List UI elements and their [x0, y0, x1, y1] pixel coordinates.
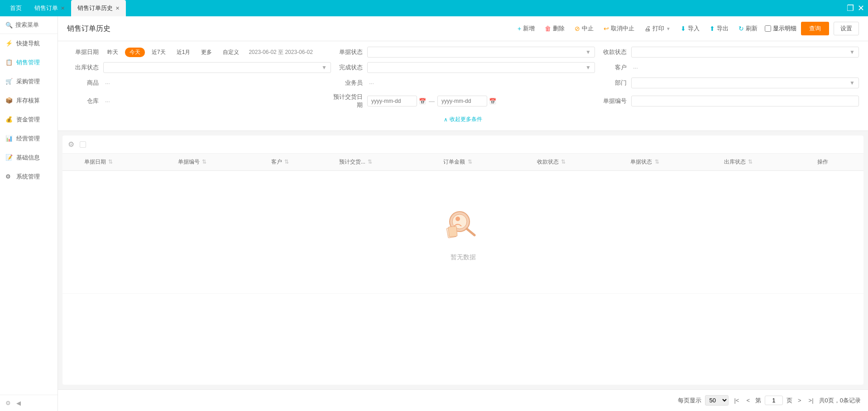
salesperson-control[interactable]: ··· [367, 80, 595, 87]
sidebar-item-quick-nav[interactable]: ⚡ 快捷导航 [0, 34, 58, 53]
date-yesterday[interactable]: 昨天 [103, 47, 122, 58]
calendar-end-icon[interactable]: 📅 [489, 98, 496, 105]
import-button[interactable]: ⬇ 导入 [678, 23, 702, 34]
date-label: 单据日期 [67, 48, 103, 56]
query-button[interactable]: 查询 [801, 22, 829, 35]
th-expected[interactable]: 预计交货... ⇅ [334, 154, 438, 171]
nav-last[interactable]: >| [807, 396, 815, 405]
empty-cell: 暂无数据 [62, 171, 863, 294]
date-7days[interactable]: 近7天 [148, 47, 170, 58]
th-customer[interactable]: 客户 ⇅ [266, 154, 334, 171]
product-dots-icon[interactable]: ··· [105, 80, 110, 87]
product-control[interactable]: ··· [103, 80, 331, 87]
collapse-up-icon: ∧ [444, 116, 448, 123]
sidebar-item-purchase-mgmt[interactable]: 🛒 采购管理 [0, 72, 58, 91]
new-button[interactable]: + 新增 [515, 23, 537, 34]
th-payment-status[interactable]: 收款状态 ⇅ [532, 154, 625, 171]
tab-sales-order-close[interactable]: ✕ [61, 5, 65, 11]
calendar-start-icon[interactable]: 📅 [419, 98, 426, 105]
expected-date-end[interactable] [437, 96, 487, 106]
sidebar-item-sales-mgmt[interactable]: 📋 销售管理 [0, 53, 58, 72]
payment-status-select[interactable]: ▼ [631, 47, 859, 58]
empty-illustration [441, 203, 486, 248]
page-input[interactable] [765, 396, 783, 405]
customer-control[interactable]: ··· [631, 64, 859, 71]
th-order-status[interactable]: 单据状态 ⇅ [625, 154, 719, 171]
export-button[interactable]: ⬆ 导出 [707, 23, 731, 34]
complete-status-select[interactable]: ▼ [367, 62, 595, 73]
sidebar-item-system-mgmt[interactable]: ⚙ 系统管理 [0, 167, 58, 186]
inventory-icon: 📦 [5, 97, 13, 104]
date-today[interactable]: 今天 [125, 48, 145, 57]
select-all-checkbox[interactable] [80, 141, 86, 148]
sidebar-item-basic-info[interactable]: 📝 基础信息 [0, 148, 58, 167]
warehouse-label: 仓库 [67, 97, 103, 105]
th-delivery-status[interactable]: 出库状态 ⇅ [719, 154, 812, 171]
tab-home[interactable]: 首页 [4, 0, 28, 16]
order-status-select[interactable]: ▼ [367, 47, 595, 58]
table-toolbar: ⚙ [62, 135, 863, 154]
nav-next[interactable]: > [796, 396, 803, 405]
date-more[interactable]: 更多 [197, 47, 216, 58]
delivery-status-control[interactable]: ▼ [103, 62, 331, 73]
sort-delivery-icon: ⇅ [748, 159, 753, 165]
system-mgmt-icon: ⚙ [5, 173, 13, 180]
sidebar-item-finance[interactable]: 💰 资金管理 [0, 110, 58, 129]
restore-icon[interactable]: ❐ [847, 3, 854, 13]
th-number[interactable]: 单据编号 ⇅ [173, 154, 266, 171]
table-settings-icon[interactable]: ⚙ [68, 140, 74, 149]
refresh-button[interactable]: ↻ 刷新 [736, 23, 760, 34]
filter-row-2: 出库状态 ▼ 完成状态 ▼ 客户 ··· [67, 62, 859, 73]
print-button[interactable]: 🖨 打印 ▼ [642, 23, 673, 34]
empty-state: 暂无数据 [68, 175, 858, 289]
nav-first[interactable]: |< [732, 396, 741, 405]
close-window-icon[interactable]: ✕ [858, 3, 864, 13]
delete-button[interactable]: 🗑 删除 [542, 23, 567, 34]
tab-sales-order-history-close[interactable]: ✕ [115, 5, 120, 11]
sidebar: 🔍 搜索菜单 ⚡ 快捷导航 📋 销售管理 🛒 采购管理 📦 库存核算 💰 资金管… [0, 16, 58, 411]
cancel-stop-icon: ↩ [604, 25, 609, 32]
purchase-mgmt-icon: 🛒 [5, 78, 13, 85]
department-arrow-icon: ▼ [849, 80, 855, 86]
order-number-input[interactable] [631, 96, 859, 106]
order-status-control[interactable]: ▼ [367, 47, 595, 58]
customer-dots-icon[interactable]: ··· [633, 64, 638, 71]
date-1month[interactable]: 近1月 [173, 47, 195, 58]
sidebar-item-inventory[interactable]: 📦 库存核算 [0, 91, 58, 110]
sort-customer-icon: ⇅ [284, 159, 289, 165]
sidebar-collapse-icon[interactable]: ◀ [16, 400, 21, 406]
delivery-status-select[interactable]: ▼ [103, 62, 331, 73]
sidebar-search[interactable]: 🔍 搜索菜单 [0, 16, 58, 34]
display-toggle-wrapper[interactable]: 显示明细 [765, 24, 796, 33]
filter-row-4: 仓库 ··· 预计交货日期 📅 — 📅 单据编号 [67, 93, 859, 109]
tab-sales-order[interactable]: 销售订单 ✕ [28, 0, 71, 16]
sidebar-item-operations[interactable]: 📊 经营管理 [0, 129, 58, 148]
payment-status-arrow-icon: ▼ [849, 49, 855, 55]
setting-button[interactable]: 设置 [834, 22, 859, 35]
per-page-select[interactable]: 20 50 100 [705, 395, 729, 406]
th-date[interactable]: 单据日期 ⇅ [79, 154, 173, 171]
collapse-button[interactable]: ∧ 收起更多条件 [67, 114, 859, 125]
salesperson-dots-icon[interactable]: ··· [369, 80, 374, 87]
filter-row-3: 商品 ··· 业务员 ··· 部门 ▼ [67, 77, 859, 88]
payment-status-control[interactable]: ▼ [631, 47, 859, 58]
warehouse-control[interactable]: ··· [103, 98, 331, 105]
order-number-control[interactable] [631, 96, 859, 106]
department-select[interactable]: ▼ [631, 77, 859, 88]
print-icon: 🖨 [644, 25, 651, 32]
complete-status-control[interactable]: ▼ [367, 62, 595, 73]
stop-button[interactable]: ⊘ 中止 [572, 23, 596, 34]
display-toggle-checkbox[interactable] [765, 25, 771, 32]
warehouse-dots-icon[interactable]: ··· [105, 98, 110, 105]
cancel-stop-button[interactable]: ↩ 取消中止 [601, 23, 637, 34]
th-amount[interactable]: 订单金额 ⇅ [438, 154, 532, 171]
date-custom[interactable]: 自定义 [219, 47, 243, 58]
sidebar-settings-icon[interactable]: ⚙ [5, 400, 11, 406]
expected-date-start[interactable] [367, 96, 417, 106]
date-filter-control: 昨天 今天 近7天 近1月 更多 自定义 2023-06-02 至 2023-0… [103, 47, 331, 58]
tab-sales-order-history[interactable]: 销售订单历史 ✕ [71, 0, 126, 16]
department-control[interactable]: ▼ [631, 77, 859, 88]
refresh-icon: ↻ [739, 25, 744, 32]
nav-prev[interactable]: < [744, 396, 752, 405]
basic-info-icon: 📝 [5, 154, 13, 161]
